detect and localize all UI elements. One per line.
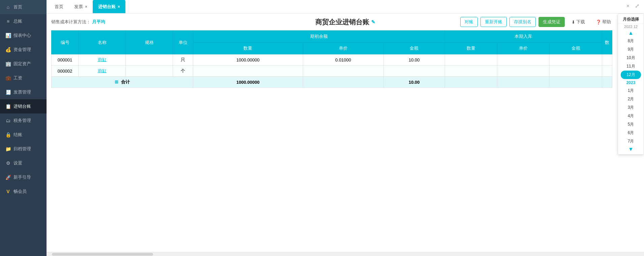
month-8[interactable]: 8月 [618,37,644,45]
maximize-window-button[interactable]: ⤢ [634,2,641,10]
sidebar-item-label: 工资 [13,75,22,81]
month-2[interactable]: 2月 [618,95,644,103]
tab-invoice-close[interactable]: × [85,4,87,9]
sidebar-item-guide[interactable]: 🚀 新手引导 [0,170,47,184]
total-in-amount [550,77,602,88]
sidebar-item-ledger[interactable]: ≡ 总账 [0,14,47,28]
tax-icon: 🗂 [5,118,11,123]
archive-icon: 📁 [5,146,11,152]
cell-name: 前缸 [79,66,126,77]
month-9[interactable]: 9月 [618,45,644,54]
window-controls: × ⤢ [625,2,641,10]
table-container: 编号 名称 规格 单位 期初余额 本期入库 数 数量 单价 金额 数量 单价 [51,30,612,249]
col-name: 名称 [79,31,126,54]
tab-purchase-sales-label: 进销台账 [98,4,116,10]
sidebar-item-label: 报表中心 [13,32,31,39]
save-as-button-label: 存摸别名 [514,19,531,25]
cell-opening-price: 0.01000 [303,54,383,66]
reopen-button[interactable]: 重新开账 [480,17,507,27]
sidebar-item-settings[interactable]: ⚙ 设置 [0,156,47,170]
cell-in-price [497,66,549,77]
total-opening-amount: 10.00 [383,77,445,88]
closing-icon: 🔒 [5,132,11,137]
salary-icon: 💼 [5,75,11,81]
cell-opening-qty [193,66,303,77]
sidebar-item-tax[interactable]: 🗂 税务管理 [0,113,47,128]
total-text: 合计 [121,79,130,84]
total-opening-qty: 1000.00000 [193,77,303,88]
sidebar-item-label: 税务管理 [13,118,31,124]
guide-icon: 🚀 [5,175,11,180]
cell-in-amount [550,66,602,77]
tab-home[interactable]: 首页 [49,0,69,13]
scroll-down-button[interactable]: ▼ [618,146,644,153]
save-as-button[interactable]: 存摸别名 [509,17,536,27]
sidebar-item-archive[interactable]: 📁 归档管理 [0,142,47,156]
sidebar-item-label: 资金管理 [13,47,31,53]
year-2023-label: 2023 [618,79,644,86]
home-icon: ⌂ [5,4,11,10]
cell-in-amount [550,54,602,66]
month-10[interactable]: 10月 [618,54,644,62]
sub-col-opening-price: 单价 [303,43,383,54]
month-7[interactable]: 7月 [618,137,644,146]
cell-in-qty [445,54,497,66]
cell-spec [126,54,173,66]
close-window-button[interactable]: × [625,2,631,10]
month-11[interactable]: 11月 [618,62,644,71]
match-button-label: 对账 [465,19,473,25]
sidebar-item-vip[interactable]: V 畅会员 [0,184,47,199]
tab-purchase-sales[interactable]: 进销台账 × [93,0,125,13]
sidebar-item-label: 归档管理 [13,146,31,152]
funds-icon: 💰 [5,47,11,52]
total-in-qty [445,77,497,88]
total-icon: ⊞ [115,79,118,84]
sidebar-item-salary[interactable]: 💼 工资 [0,71,47,85]
month-3[interactable]: 3月 [618,103,644,112]
month-6[interactable]: 6月 [618,129,644,137]
total-label: ⊞ 合计 [52,77,193,88]
bottom-scrollbar[interactable] [47,252,644,256]
cell-id: 000002 [52,66,79,77]
table-row: 000001 前缸 只 1000.00000 0.01000 10.00 [52,54,612,66]
sidebar-item-funds[interactable]: 💰 资金管理 [0,43,47,57]
sub-col-in-price: 单价 [497,43,549,54]
tab-invoice[interactable]: 发票 × [69,0,93,13]
download-button[interactable]: ⬇ 下载 [567,17,589,27]
cell-opening-amount: 10.00 [383,54,445,66]
sidebar-item-invoice-mgmt[interactable]: 🧾 发票管理 [0,85,47,99]
cell-extra [602,54,612,66]
month-1[interactable]: 1月 [618,86,644,95]
sidebar-item-home[interactable]: ⌂ 首页 [0,0,47,14]
sub-col-opening-amount: 金额 [383,43,445,54]
scroll-track[interactable] [52,253,153,256]
month-12[interactable]: 12月 [621,71,641,79]
help-icon: ❓ [596,20,601,25]
match-button[interactable]: 对账 [460,17,478,27]
download-button-label: 下载 [576,19,585,25]
col-opening-balance: 期初余额 [193,31,445,43]
cell-name: 前缸 [79,54,126,66]
col-spec: 规格 [126,31,173,54]
sidebar-item-closing[interactable]: 🔒 结账 [0,128,47,142]
edit-title-icon[interactable]: ✎ [371,19,375,25]
sidebar-item-assets[interactable]: 🏢 固定资产 [0,57,47,71]
sidebar-item-label: 总账 [13,18,22,24]
generate-button[interactable]: 生成凭证 [538,17,565,27]
sub-col-in-amount: 金额 [550,43,602,54]
tab-purchase-sales-close[interactable]: × [118,4,120,9]
cell-unit: 个 [173,66,193,77]
reports-icon: 📊 [5,33,11,38]
month-5[interactable]: 5月 [618,120,644,129]
generate-button-label: 生成凭证 [543,19,560,25]
sidebar-item-label: 进销台账 [13,103,31,109]
sidebar-item-purchase-sales[interactable]: 📋 进销台账 [0,99,47,113]
help-button[interactable]: ❓ 帮助 [592,17,615,27]
month-4[interactable]: 4月 [618,112,644,120]
table-row: 000002 前缸 个 [52,66,612,77]
scroll-up-button[interactable]: ▲ [618,29,644,37]
col-current-in: 本期入库 [445,31,602,43]
col-id: 编号 [52,31,79,54]
sub-col-opening-qty: 数量 [193,43,303,54]
sidebar-item-reports[interactable]: 📊 报表中心 [0,28,47,43]
